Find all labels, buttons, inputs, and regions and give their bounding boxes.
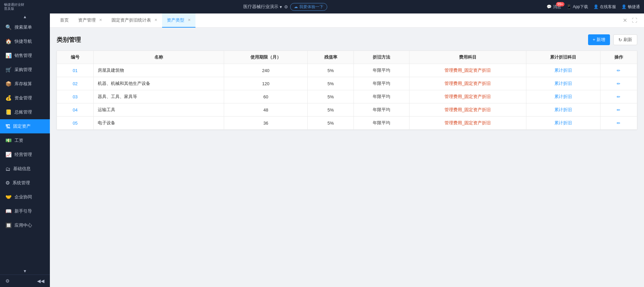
sidebar-scroll-up[interactable]: ▲ <box>0 13 50 20</box>
refresh-button[interactable]: ↻ 刷新 <box>613 34 637 45</box>
cell-expense-3: 管理费用_固定资产折旧 <box>409 103 526 117</box>
sidebar-label-basicinfo: 基础信息 <box>13 166 31 172</box>
guide-icon: 📖 <box>5 208 12 214</box>
cell-code-0: 01 <box>57 64 94 77</box>
sidebar-item-quicknav[interactable]: 🏠 快捷导航 <box>0 34 50 49</box>
cell-code-2: 03 <box>57 90 94 103</box>
home-icon: 🏠 <box>5 38 12 44</box>
sidebar-item-cooperation[interactable]: 🤝 企业协同 <box>0 190 50 204</box>
sidebar-item-inventory[interactable]: 📦 库存核算 <box>0 77 50 91</box>
edit-button-1[interactable]: ✏ <box>600 77 637 90</box>
col-residual: 残值率 <box>308 51 354 64</box>
cell-method-0: 年限平均 <box>354 64 409 77</box>
tab-depreciation-close[interactable]: ✕ <box>154 18 157 22</box>
try-button[interactable]: ☁ 我要体验一下 <box>290 3 327 11</box>
app-download-icon: 📱 <box>566 4 572 9</box>
app-logo: 畅捷通好业财 普及版 <box>4 3 24 11</box>
online-service-label: 在线客服 <box>600 4 616 10</box>
sidebar-label-quicknav: 快捷导航 <box>14 38 32 44</box>
refresh-icon: ↻ <box>618 37 622 42</box>
tab-depreciation[interactable]: 固定资产折旧统计表 ✕ <box>107 13 162 28</box>
sidebar-item-fixedassets[interactable]: 🏗 固定资产 <box>0 119 50 133</box>
operations-icon: 📈 <box>5 152 12 158</box>
company-dropdown[interactable]: 医疗器械行业演示 ▾ <box>243 4 282 10</box>
edit-button-2[interactable]: ✏ <box>600 90 637 103</box>
cell-code-4: 05 <box>57 117 94 130</box>
col-expense: 费用科目 <box>409 51 526 64</box>
appcenter-icon: 🔲 <box>5 222 12 228</box>
sidebar-collapse-icon[interactable]: ◀◀ <box>37 278 44 284</box>
sidebar-settings-icon[interactable]: ⚙ <box>5 278 10 284</box>
sidebar-scroll-down[interactable]: ▼ <box>0 268 50 275</box>
cell-period-2: 60 <box>224 90 308 103</box>
col-name: 名称 <box>94 51 224 64</box>
cell-accum-1: 累计折旧 <box>526 77 600 90</box>
new-button[interactable]: + 新增 <box>588 34 610 45</box>
sidebar-label-guide: 新手引导 <box>14 208 32 214</box>
edit-button-3[interactable]: ✏ <box>600 103 637 117</box>
tab-assettype-close[interactable]: ✕ <box>188 18 191 22</box>
page-title: 类别管理 <box>57 36 81 44</box>
edit-button-0[interactable]: ✏ <box>600 64 637 77</box>
refresh-label: 刷新 <box>623 37 632 43</box>
company-name: 医疗器械行业演示 <box>243 4 278 10</box>
cell-name-2: 器具、工具、家具等 <box>94 90 224 103</box>
message-icon: 💬 <box>547 4 552 9</box>
table-row: 04 运输工具 48 5% 年限平均 管理费用_固定资产折旧 累计折旧 ✏ <box>57 103 637 117</box>
user-profile-button[interactable]: 👤 畅捷通 <box>621 4 640 10</box>
cell-residual-0: 5% <box>308 64 354 77</box>
sidebar-item-sysmanage[interactable]: ⚙ 系统管理 <box>0 176 50 190</box>
sidebar-item-capital[interactable]: 💰 资金管理 <box>0 91 50 105</box>
col-period: 使用期限（月） <box>224 51 308 64</box>
tab-assettype[interactable]: 资产类型 ✕ <box>162 13 195 28</box>
tab-expand-button[interactable]: ⛶ <box>631 16 639 25</box>
sidebar-item-ledger[interactable]: 📒 总账管理 <box>0 105 50 119</box>
sidebar-item-sales[interactable]: 📊 销售管理 <box>0 49 50 63</box>
sidebar-label-sysmanage: 系统管理 <box>12 180 30 186</box>
sidebar-item-guide[interactable]: 📖 新手引导 <box>0 204 50 218</box>
sidebar-item-search[interactable]: 🔍 搜索菜单 <box>0 20 50 34</box>
category-table: 编号 名称 使用期限（月） 残值率 折旧方法 费用科目 累计折旧科目 操作 01… <box>57 51 637 130</box>
tab-assetmgmt-label: 资产管理 <box>78 17 96 23</box>
sidebar-item-operations[interactable]: 📈 经营管理 <box>0 148 50 162</box>
tab-depreciation-label: 固定资产折旧统计表 <box>112 17 151 23</box>
sidebar-label-sales: 销售管理 <box>14 53 32 59</box>
cell-name-4: 电子设备 <box>94 117 224 130</box>
try-label: 我要体验一下 <box>299 4 324 10</box>
sidebar-item-payroll[interactable]: 💵 工资 <box>0 133 50 148</box>
tab-home[interactable]: 首页 <box>55 13 73 28</box>
basicinfo-icon: 🗂 <box>5 166 10 172</box>
edit-button-4[interactable]: ✏ <box>600 117 637 130</box>
cell-accum-2: 累计折旧 <box>526 90 600 103</box>
sidebar-item-purchase[interactable]: 🛒 采购管理 <box>0 63 50 77</box>
cell-accum-4: 累计折旧 <box>526 117 600 130</box>
page-content: 类别管理 + 新增 ↻ 刷新 编号 名称 使用期限（月） 残值率 <box>50 28 644 287</box>
sidebar-item-appcenter[interactable]: 🔲 应用中心 <box>0 218 50 232</box>
app-download-button[interactable]: 📱 App下载 <box>566 4 588 10</box>
topbar-settings-icon[interactable]: ⚙ <box>284 4 288 9</box>
col-accum: 累计折旧科目 <box>526 51 600 64</box>
tab-assetmgmt[interactable]: 资产管理 ✕ <box>73 13 107 28</box>
tab-assettype-label: 资产类型 <box>167 17 184 23</box>
cell-name-1: 机器、机械和其他生产设备 <box>94 77 224 90</box>
cell-expense-0: 管理费用_固定资产折旧 <box>409 64 526 77</box>
cell-name-3: 运输工具 <box>94 103 224 117</box>
col-action: 操作 <box>600 51 637 64</box>
topbar: 畅捷通好业财 普及版 医疗器械行业演示 ▾ ⚙ ☁ 我要体验一下 💬 消息 99… <box>0 0 644 13</box>
cell-expense-1: 管理费用_固定资产折旧 <box>409 77 526 90</box>
tab-close-button[interactable]: ✕ <box>621 16 628 25</box>
cell-accum-0: 累计折旧 <box>526 64 600 77</box>
col-code: 编号 <box>57 51 94 64</box>
tab-assetmgmt-close[interactable]: ✕ <box>99 18 102 22</box>
inventory-icon: 📦 <box>5 81 12 87</box>
sidebar-item-basicinfo[interactable]: 🗂 基础信息 <box>0 162 50 176</box>
cell-accum-3: 累计折旧 <box>526 103 600 117</box>
table-row: 05 电子设备 36 5% 年限平均 管理费用_固定资产折旧 累计折旧 ✏ <box>57 117 637 130</box>
cell-method-1: 年限平均 <box>354 77 409 90</box>
tabbar: 首页 资产管理 ✕ 固定资产折旧统计表 ✕ 资产类型 ✕ ✕ ⛶ <box>50 13 644 28</box>
purchase-icon: 🛒 <box>5 67 12 73</box>
online-service-button[interactable]: 👤 在线客服 <box>593 4 616 10</box>
sidebar: ▲ 🔍 搜索菜单 🏠 快捷导航 📊 销售管理 🛒 采购管理 📦 库存核算 <box>0 13 50 287</box>
cell-residual-3: 5% <box>308 103 354 117</box>
messages-button[interactable]: 💬 消息 99+ <box>547 4 561 10</box>
